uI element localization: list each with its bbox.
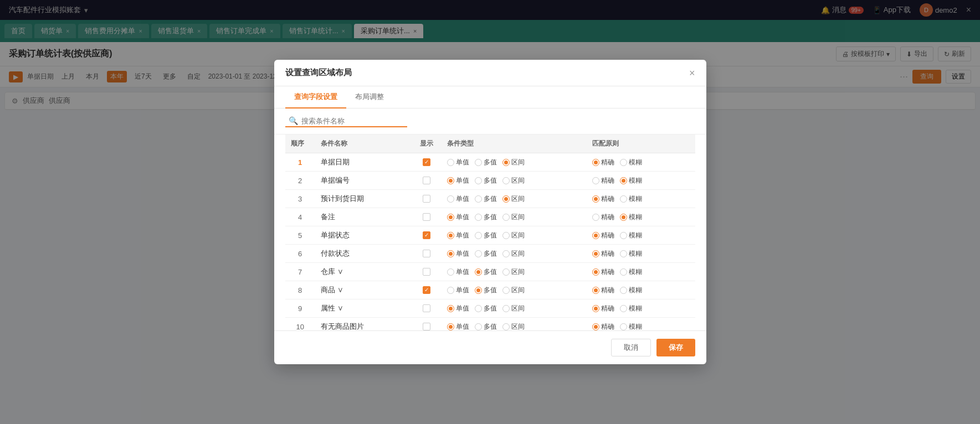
dialog-title: 设置查询区域布局 — [285, 68, 352, 78]
dialog-close-btn[interactable]: × — [689, 68, 695, 78]
dialog-tabs: 查询字段设置 布局调整 — [274, 86, 706, 108]
dialog-tab-layout[interactable]: 布局调整 — [346, 86, 393, 108]
dialog-tab-query-fields[interactable]: 查询字段设置 — [285, 86, 346, 108]
dialog-tab-layout-label: 布局调整 — [355, 92, 384, 101]
dialog-header: 设置查询区域布局 × — [274, 60, 706, 86]
dialog-tab-query-fields-label: 查询字段设置 — [294, 92, 337, 101]
settings-dialog: 设置查询区域布局 × 查询字段设置 布局调整 🔍 — [274, 60, 706, 115]
dialog-search-area: 🔍 — [274, 108, 706, 115]
modal-overlay: 设置查询区域布局 × 查询字段设置 布局调整 🔍 — [0, 0, 980, 115]
